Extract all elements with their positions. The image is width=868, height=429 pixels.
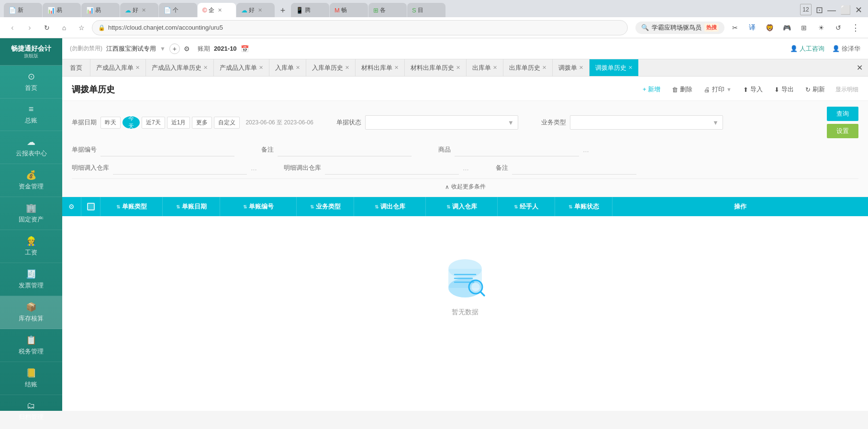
close-all-tabs-btn[interactable]: ✕ (853, 61, 866, 75)
collapse-btn[interactable]: ∧ 收起更多条件 (445, 183, 486, 191)
goods-input[interactable] (455, 143, 579, 156)
tab-home[interactable]: 首页 (62, 59, 90, 77)
th-handler[interactable]: ⇅ 经手人 (498, 197, 555, 216)
date-btn-7days[interactable]: 近7天 (142, 117, 165, 129)
url-bar[interactable]: 🔒 https://cloud.chanjet.com/accounting/u… (92, 20, 628, 35)
detail-in-input[interactable] (113, 161, 247, 175)
home-btn[interactable]: ⌂ (57, 21, 71, 34)
export-btn[interactable]: ⬇ 导出 (769, 82, 799, 97)
sidebar-item-invoice[interactable]: 🧾 发票管理 (0, 263, 62, 296)
browser-tab-11[interactable]: S 目 (407, 3, 445, 17)
number-input[interactable] (100, 143, 234, 156)
goods-ellipsis-btn[interactable]: … (583, 146, 589, 154)
undo-icon[interactable]: ↺ (832, 21, 845, 34)
th-in[interactable]: ⇅ 调入仓库 (426, 197, 498, 216)
tab-transfer[interactable]: 调拨单 ✕ (553, 59, 590, 77)
tab-count-badge[interactable]: 12 (800, 4, 812, 15)
theme-icon[interactable]: ☀ (814, 21, 828, 34)
biz-type-select[interactable]: ▼ (570, 115, 723, 130)
th-biz[interactable]: ⇅ 业务类型 (297, 197, 354, 216)
note-input[interactable] (278, 143, 412, 156)
browser-tab-1[interactable]: 📄 新 (4, 3, 42, 17)
close-tab-active-icon[interactable]: ✕ (218, 7, 222, 13)
service-btn[interactable]: 👤 人工咨询 (790, 44, 824, 53)
close-tab-in-icon[interactable]: ✕ (296, 65, 300, 71)
close-icon[interactable]: ✕ (853, 3, 864, 17)
detail-out-input[interactable] (325, 161, 459, 175)
th-type[interactable]: ⇅ 单账类型 (100, 197, 163, 216)
print-btn[interactable]: 🖨 打印 ▼ (699, 82, 736, 97)
th-number[interactable]: ⇅ 单账编号 (220, 197, 297, 216)
menu-dots-icon[interactable]: ⋮ (849, 21, 862, 34)
sidebar-item-close-account[interactable]: 📒 结账 (0, 362, 62, 395)
add-btn[interactable]: + 新增 (638, 82, 665, 97)
tab-product-in[interactable]: 产成品入库单 ✕ (90, 59, 146, 77)
close-tab-out-history-icon[interactable]: ✕ (542, 65, 546, 71)
refresh-btn[interactable]: ↻ 刷新 (801, 82, 830, 97)
browser-tab-4[interactable]: ☁ 好 ✕ (120, 3, 158, 17)
sidebar-item-fund[interactable]: 💰 资金管理 (0, 164, 62, 197)
import-btn[interactable]: ⬆ 导入 (738, 82, 768, 97)
date-btn-custom[interactable]: 自定义 (214, 117, 240, 129)
maximize-icon[interactable]: ⬜ (838, 3, 853, 17)
browser-tab-3[interactable]: 📊 易 (81, 3, 120, 17)
user-btn[interactable]: 👤 徐泽华 (832, 44, 860, 53)
sidebar-item-home[interactable]: ⊙ 首页 (0, 66, 62, 99)
star-btn[interactable]: ☆ (75, 21, 88, 34)
close-tab-product-in-history-icon[interactable]: ✕ (203, 65, 208, 71)
status-select[interactable]: ▼ (365, 115, 518, 130)
th-date[interactable]: ⇅ 单账日期 (163, 197, 220, 216)
sidebar-item-tax[interactable]: 📋 税务管理 (0, 329, 62, 362)
sidebar-item-fixed-asset[interactable]: 🏢 固定资产 (0, 197, 62, 230)
browser-tab-2[interactable]: 📊 易 (43, 3, 81, 17)
sidebar-item-payroll[interactable]: 👷 工资 (0, 230, 62, 263)
scissors-icon[interactable]: ✂ (728, 21, 742, 34)
close-tab-product-in2-icon[interactable]: ✕ (259, 65, 263, 71)
extension-icon[interactable]: 🦁 (763, 21, 776, 34)
detail-in-ellipsis-btn[interactable]: … (251, 165, 257, 172)
browser-tab-7[interactable]: ☁ 好 ✕ (236, 3, 275, 17)
calendar-btn[interactable]: 📅 (241, 45, 249, 53)
tab-out-history[interactable]: 出库单历史 ✕ (503, 59, 553, 77)
select-all-checkbox[interactable] (87, 203, 95, 210)
close-tab-material-out-icon[interactable]: ✕ (394, 65, 399, 71)
tab-in-history[interactable]: 入库单历史 ✕ (306, 59, 356, 77)
add-company-btn[interactable]: + (169, 44, 180, 54)
close-tab-in-history-icon[interactable]: ✕ (345, 65, 349, 71)
note2-input[interactable] (512, 161, 636, 175)
tab-material-out-history[interactable]: 材料出库单历史 ✕ (405, 59, 467, 77)
detail-out-ellipsis-btn[interactable]: … (463, 165, 469, 172)
tab-in[interactable]: 入库单 ✕ (269, 59, 306, 77)
th-status[interactable]: ⇅ 单账状态 (555, 197, 612, 216)
settings-filter-btn[interactable]: 设置 (827, 124, 858, 138)
gear-company-btn[interactable]: ⚙ (184, 45, 190, 53)
date-btn-more[interactable]: 更多 (192, 117, 212, 129)
forward-btn[interactable]: › (23, 21, 36, 34)
close-tab-transfer-history-icon[interactable]: ✕ (628, 65, 633, 71)
search-bar[interactable]: 🔍 学霸应聘场驱鸟员 热搜 (635, 22, 724, 34)
browser-tab-5[interactable]: 📄 个 (159, 3, 197, 17)
browser-tab-active[interactable]: © 企 ✕ (198, 3, 236, 17)
sidebar-item-ledger[interactable]: ≡ 总账 (0, 99, 62, 131)
th-settings-cell[interactable]: ⚙ (62, 197, 81, 216)
grid-icon[interactable]: ⊞ (797, 21, 811, 34)
sidebar-item-cloud-report[interactable]: ☁ 云报表中心 (0, 131, 62, 164)
game-icon[interactable]: 🎮 (780, 21, 793, 34)
delete-btn[interactable]: 🗑 删除 (667, 82, 697, 97)
dropdown-icon[interactable]: ▼ (160, 45, 166, 52)
close-tab-product-in-icon[interactable]: ✕ (135, 65, 140, 71)
close-tab-out-icon[interactable]: ✕ (493, 65, 497, 71)
sidebar-item-inventory[interactable]: 📦 库存核算 (0, 296, 62, 329)
minimize-icon[interactable]: — (825, 3, 838, 17)
back-btn[interactable]: ‹ (6, 21, 19, 34)
refresh-nav-btn[interactable]: ↻ (40, 21, 54, 34)
tab-out[interactable]: 出库单 ✕ (467, 59, 503, 77)
close-tab-7-icon[interactable]: ✕ (258, 7, 262, 13)
new-tab-btn[interactable]: + (276, 4, 289, 17)
date-btn-today[interactable]: 今天 (122, 116, 140, 129)
translate-icon[interactable]: 译 (746, 21, 759, 34)
th-check-cell[interactable] (81, 197, 100, 216)
tab-product-in-history[interactable]: 产成品入库单历史 ✕ (146, 59, 214, 77)
close-tab-transfer-icon[interactable]: ✕ (579, 65, 583, 71)
sidebar-item-archive[interactable]: 🗂 归档管理 (0, 395, 62, 428)
